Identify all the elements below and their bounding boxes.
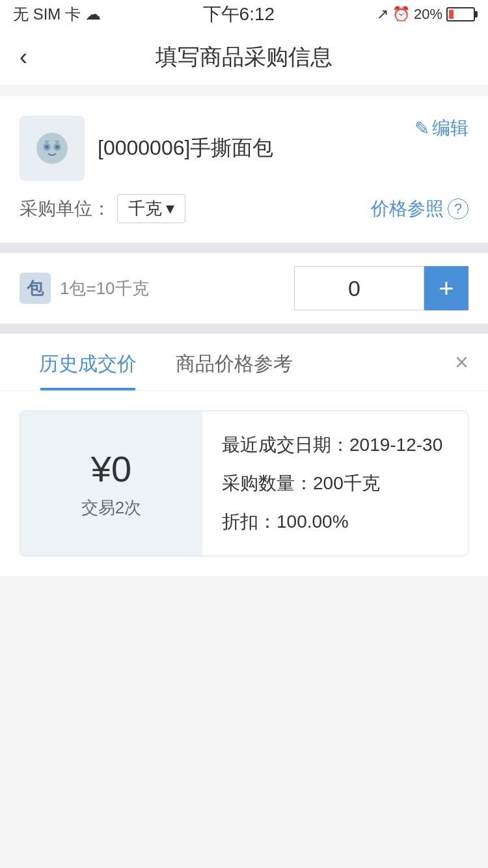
battery-icon [446,7,475,21]
price-reference-button[interactable]: 价格参照 ? [371,197,468,221]
unit-prefix: 采购单位： [20,197,111,221]
date-label: 最近成交日期： [222,435,349,455]
page-title: 填写商品采购信息 [156,42,332,72]
date-value: 2019-12-30 [349,435,442,455]
product-thumbnail [20,116,85,181]
unit-value: 千克 [128,197,162,220]
price-date-row: 最近成交日期：2019-12-30 [222,431,448,460]
product-card: [0000006]手撕面包 ✎ 编辑 采购单位： 千克 ▾ 价格参照 ? [0,96,488,243]
status-bar: 无 SIM 卡 ☁ 下午6:12 ↗ ⏰ 20% [0,0,488,29]
price-qty-row: 采购数量：200千克 [222,469,448,498]
status-left: 无 SIM 卡 ☁ [13,4,101,25]
tab-panel: 历史成交价 商品价格参考 × ¥0 交易2次 最近成交日期：2019-12-30… [0,334,488,576]
qty-label: 采购数量： [222,473,313,493]
svg-point-4 [55,145,59,149]
price-value: 0 [111,448,131,489]
edit-label: 编辑 [432,116,468,141]
help-icon: ? [448,198,468,219]
location-icon: ↗ [377,6,388,23]
section-divider [0,323,488,334]
price-ref-label: 价格参照 [371,197,444,221]
qty-plus-button[interactable]: + [424,266,468,310]
price-card: ¥0 交易2次 最近成交日期：2019-12-30 采购数量：200千克 折扣：… [20,411,468,556]
tab-content: ¥0 交易2次 最近成交日期：2019-12-30 采购数量：200千克 折扣：… [0,391,488,576]
qty-unit-info: 包 1包=10千克 [20,273,149,304]
price-trades: 交易2次 [81,496,141,519]
svg-point-0 [36,133,68,164]
price-discount-row: 折扣：100.00% [222,508,448,537]
product-name: [0000006]手撕面包 [98,134,273,163]
sim-label: 无 SIM 卡 ☁ [13,4,101,25]
unit-select[interactable]: 千克 ▾ [117,194,185,223]
svg-point-3 [45,145,49,149]
tab-close-button[interactable]: × [455,349,468,376]
tab-history-price[interactable]: 历史成交价 [20,334,156,390]
battery-percent: 20% [414,6,442,23]
alarm-icon: ⏰ [392,6,410,23]
back-button[interactable]: ‹ [20,44,27,71]
edit-button[interactable]: ✎ 编辑 [414,116,468,141]
product-top: [0000006]手撕面包 ✎ 编辑 [20,116,468,181]
product-left: [0000006]手撕面包 [20,116,273,181]
status-time: 下午6:12 [203,2,275,27]
status-right: ↗ ⏰ 20% [377,6,475,23]
price-amount: ¥0 [91,448,131,490]
gray-divider-1 [0,243,488,253]
quantity-input[interactable] [294,266,424,310]
quantity-row: 包 1包=10千克 + [0,253,488,323]
product-info: [0000006]手撕面包 [98,134,273,163]
battery-fill [449,10,454,19]
discount-label: 折扣： [222,511,277,532]
qty-unit-icon: 包 [20,273,51,304]
header: ‹ 填写商品采购信息 [0,29,488,86]
qty-input-group: + [294,266,468,310]
qty-value: 200千克 [313,473,380,493]
edit-icon: ✎ [414,118,429,139]
tab-header: 历史成交价 商品价格参考 × [0,334,488,391]
price-summary: ¥0 交易2次 [20,411,202,556]
tab-product-price[interactable]: 商品价格参考 [156,334,312,390]
price-details: 最近成交日期：2019-12-30 采购数量：200千克 折扣：100.00% [202,411,468,556]
currency-symbol: ¥ [91,448,111,489]
qty-conversion: 1包=10千克 [60,277,149,300]
discount-value: 100.00% [277,511,349,532]
product-unit-row: 采购单位： 千克 ▾ 价格参照 ? [20,194,468,223]
dropdown-icon: ▾ [166,198,174,219]
